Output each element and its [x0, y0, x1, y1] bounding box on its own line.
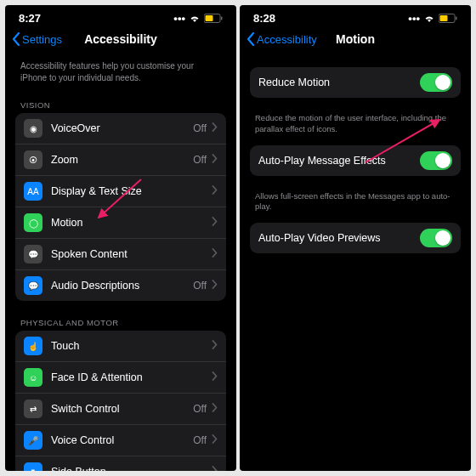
- row-autoplay-video[interactable]: Auto-Play Video Previews: [250, 223, 461, 253]
- section-header-physical: PHYSICAL AND MOTOR: [15, 313, 226, 331]
- status-time: 8:28: [253, 12, 275, 25]
- toggle-autoplay-video[interactable]: [420, 229, 452, 247]
- battery-icon: [204, 14, 223, 23]
- settings-row[interactable]: 💬Audio DescriptionsOff: [15, 270, 226, 301]
- settings-row[interactable]: 💬Spoken Content: [15, 239, 226, 270]
- chevron-right-icon: [212, 280, 218, 292]
- row-label: Auto-Play Video Previews: [258, 232, 420, 244]
- svg-rect-6: [456, 17, 457, 20]
- back-label: Settings: [22, 33, 62, 46]
- row-status: Off: [193, 122, 207, 134]
- toggle-autoplay-message[interactable]: [420, 151, 452, 170]
- section-autoplay-msg: Auto-Play Message Effects: [250, 145, 461, 176]
- settings-row[interactable]: ▮Side Button: [15, 456, 226, 471]
- row-status: Off: [193, 154, 207, 166]
- nav-bar: Settings Accessibility: [5, 26, 236, 55]
- wifi-icon: [423, 14, 435, 23]
- chevron-left-icon: [12, 32, 20, 46]
- settings-row[interactable]: ⦿ZoomOff: [15, 144, 226, 176]
- toggle-reduce-motion[interactable]: [420, 73, 452, 92]
- footnote-reduce-motion: Reduce the motion of the user interface,…: [250, 110, 461, 145]
- svg-rect-1: [206, 15, 213, 21]
- section-vision: ◉VoiceOverOff⦿ZoomOffAADisplay & Text Si…: [15, 113, 226, 301]
- row-label: Audio Descriptions: [51, 280, 193, 292]
- svg-rect-2: [221, 17, 223, 20]
- chevron-right-icon: [212, 371, 218, 383]
- row-label: Auto-Play Message Effects: [258, 155, 420, 167]
- row-status: Off: [193, 403, 207, 415]
- settings-row[interactable]: 🎤Voice ControlOff: [15, 425, 226, 456]
- signal-icon: •••: [173, 12, 185, 25]
- faceid-icon: ☺: [24, 368, 42, 387]
- status-indicators: •••: [408, 12, 457, 25]
- settings-row[interactable]: ◉VoiceOverOff: [15, 113, 226, 144]
- wifi-icon: [189, 14, 201, 23]
- signal-icon: •••: [408, 12, 420, 25]
- row-label: Face ID & Attention: [51, 371, 212, 383]
- audio-desc-icon: 💬: [24, 276, 42, 295]
- back-button[interactable]: Settings: [12, 32, 62, 46]
- row-reduce-motion[interactable]: Reduce Motion: [250, 67, 461, 98]
- section-header-vision: VISION: [15, 95, 226, 113]
- content: Reduce Motion Reduce the motion of the u…: [240, 55, 471, 471]
- row-label: Display & Text Size: [51, 185, 212, 197]
- row-label: Motion: [51, 217, 212, 229]
- row-label: Spoken Content: [51, 248, 212, 260]
- status-time: 8:27: [19, 12, 41, 25]
- settings-row[interactable]: ⇄Switch ControlOff: [15, 394, 226, 425]
- side-button-icon: ▮: [24, 462, 42, 471]
- content: Accessibility features help you customis…: [5, 55, 236, 471]
- row-label: Zoom: [51, 154, 193, 166]
- voice-control-icon: 🎤: [24, 431, 42, 450]
- chevron-right-icon: [212, 185, 218, 197]
- chevron-right-icon: [212, 340, 218, 352]
- chevron-right-icon: [212, 434, 218, 446]
- chevron-right-icon: [212, 403, 218, 415]
- row-label: Voice Control: [51, 434, 193, 446]
- voiceover-icon: ◉: [24, 119, 42, 138]
- touch-icon: ☝: [24, 337, 42, 355]
- chevron-right-icon: [212, 154, 218, 166]
- back-label: Accessibility: [257, 33, 317, 46]
- row-label: Touch: [51, 340, 212, 352]
- battery-icon: [439, 14, 457, 23]
- display-text-icon: AA: [24, 182, 42, 201]
- row-status: Off: [193, 434, 207, 446]
- footnote-autoplay-msg: Allows full-screen effects in the Messag…: [250, 188, 461, 224]
- switch-control-icon: ⇄: [24, 400, 42, 418]
- settings-row[interactable]: AADisplay & Text Size: [15, 176, 226, 207]
- status-indicators: •••: [173, 12, 223, 25]
- nav-bar: Accessibility Motion: [240, 26, 471, 55]
- motion-icon: ◯: [24, 213, 42, 232]
- phone-motion: 8:28 ••• Accessibility Motion Reduce Mot…: [240, 5, 471, 471]
- settings-row[interactable]: ◯Motion: [15, 207, 226, 239]
- row-label: Reduce Motion: [258, 76, 420, 88]
- section-reduce-motion: Reduce Motion: [250, 67, 461, 98]
- status-bar: 8:27 •••: [5, 5, 236, 26]
- settings-row[interactable]: ☝Touch: [15, 331, 226, 362]
- chevron-right-icon: [212, 217, 218, 229]
- settings-row[interactable]: ☺Face ID & Attention: [15, 362, 226, 394]
- zoom-icon: ⦿: [24, 150, 42, 169]
- chevron-left-icon: [246, 32, 255, 46]
- intro-text: Accessibility features help you customis…: [15, 55, 226, 95]
- chevron-right-icon: [212, 122, 218, 134]
- row-autoplay-message[interactable]: Auto-Play Message Effects: [250, 145, 461, 176]
- section-autoplay-video: Auto-Play Video Previews: [250, 223, 461, 253]
- row-label: Switch Control: [51, 403, 193, 415]
- row-label: Side Button: [51, 466, 212, 471]
- chevron-right-icon: [212, 466, 218, 471]
- chevron-right-icon: [212, 248, 218, 260]
- status-bar: 8:28 •••: [240, 5, 471, 26]
- back-button[interactable]: Accessibility: [246, 32, 317, 46]
- row-label: VoiceOver: [51, 122, 193, 134]
- spoken-content-icon: 💬: [24, 245, 42, 264]
- section-physical: ☝Touch☺Face ID & Attention⇄Switch Contro…: [15, 331, 226, 471]
- svg-rect-5: [440, 15, 448, 21]
- row-status: Off: [193, 280, 207, 292]
- phone-accessibility: 8:27 ••• Settings Accessibility Accessib…: [5, 5, 236, 471]
